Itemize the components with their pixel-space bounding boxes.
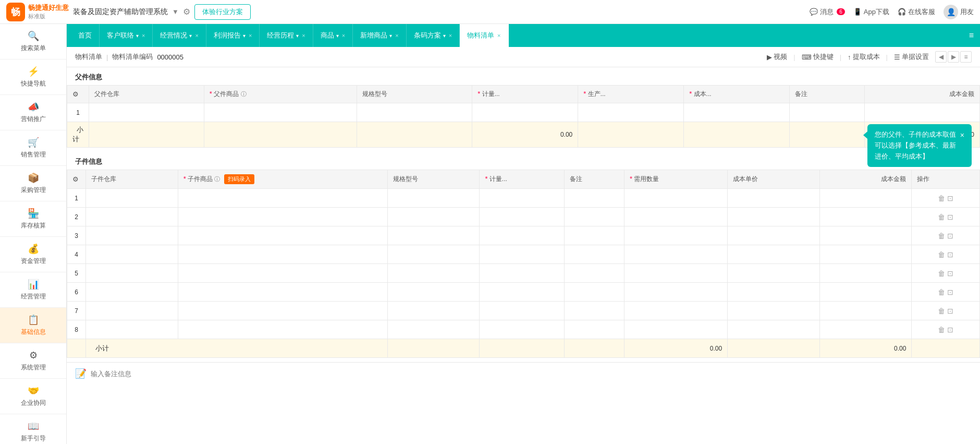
app-download-button[interactable]: 📱 App下载 [853,7,889,17]
delete-icon[interactable]: 🗑 [938,326,945,334]
cell-child-warehouse[interactable] [86,208,178,226]
sidebar-item-finance[interactable]: 💰 资金管理 [0,237,66,272]
cell-child-goods[interactable] [178,264,387,283]
sidebar-item-system[interactable]: ⚙ 系统管理 [0,343,66,379]
sidebar-item-marketing[interactable]: 📣 营销推广 [0,95,66,130]
tab-new-goods[interactable]: 新增商品 ▾ × [353,24,406,47]
copy-icon[interactable]: ⊡ [947,194,953,202]
cell-parent-goods[interactable] [204,103,357,122]
cell-child-goods[interactable] [178,320,387,339]
sidebar-item-operations[interactable]: 📊 经营管理 [0,272,66,308]
cell-child-warehouse[interactable] [86,264,178,283]
tab-profit[interactable]: 利润报告 ▾ × [206,24,260,47]
sidebar-item-quick-nav[interactable]: ⚡ 快捷导航 [0,59,66,95]
cell-child-spec[interactable] [387,320,480,339]
cell-child-qty[interactable] [624,302,727,320]
cell-child-qty[interactable] [624,189,727,208]
close-icon[interactable]: × [497,32,500,39]
cell-child-note[interactable] [564,264,624,283]
sidebar-item-inventory[interactable]: 🏪 库存核算 [0,201,66,237]
cell-parent-unit[interactable] [472,103,578,122]
cell-child-warehouse[interactable] [86,320,178,339]
tab-goods[interactable]: 商品 ▾ × [313,24,353,47]
cell-child-goods[interactable] [178,226,387,245]
extract-cost-button[interactable]: ↑ 提取成本 [848,52,880,62]
th-settings-parent[interactable]: ⚙ [67,86,89,103]
cell-child-qty[interactable] [624,320,727,339]
cell-child-note[interactable] [564,245,624,264]
cell-child-goods[interactable] [178,302,387,320]
copy-icon[interactable]: ⊡ [947,213,953,221]
cell-child-price[interactable] [728,226,820,245]
sidebar-item-enterprise[interactable]: 🤝 企业协同 [0,379,66,414]
sidebar-item-sales[interactable]: 🛒 销售管理 [0,130,66,166]
tab-history[interactable]: 经营历程 ▾ × [260,24,313,47]
tab-operations[interactable]: 经营情况 ▾ × [153,24,206,47]
delete-icon[interactable]: 🗑 [938,307,945,315]
copy-icon[interactable]: ⊡ [947,250,953,259]
copy-icon[interactable]: ⊡ [947,269,953,278]
video-button[interactable]: ▶ 视频 [767,52,787,62]
cell-child-note[interactable] [564,189,624,208]
close-icon[interactable]: × [195,32,198,39]
hotkey-button[interactable]: ⌨ 快捷键 [802,52,834,62]
menu-icon[interactable]: ≡ [960,51,972,63]
tab-barcode[interactable]: 条码方案 ▾ × [407,24,460,47]
sidebar-item-guide[interactable]: 📖 新手引导 [0,414,66,444]
cell-child-warehouse[interactable] [86,189,178,208]
sidebar-item-purchase[interactable]: 📦 采购管理 [0,166,66,201]
cell-child-unit[interactable] [480,264,564,283]
cell-child-spec[interactable] [387,208,480,226]
trial-button[interactable]: 体验行业方案 [194,4,251,20]
cell-parent-cost[interactable] [684,103,790,122]
cell-child-warehouse[interactable] [86,302,178,320]
sidebar-item-basic-info[interactable]: 📋 基础信息 [0,308,66,343]
cell-child-warehouse[interactable] [86,226,178,245]
message-button[interactable]: 💬 消息 6 [810,7,845,17]
cell-child-price[interactable] [728,264,820,283]
cell-child-unit[interactable] [480,320,564,339]
cell-child-qty[interactable] [624,283,727,302]
system-dropdown-icon[interactable]: ▼ [172,8,179,16]
cell-child-unit[interactable] [480,245,564,264]
cell-child-note[interactable] [564,302,624,320]
delete-icon[interactable]: 🗑 [938,269,945,278]
th-settings-child[interactable]: ⚙ [67,170,86,189]
cell-child-note[interactable] [564,283,624,302]
settings-icon[interactable]: ⚙ [183,7,190,17]
cell-child-unit[interactable] [480,226,564,245]
scan-button[interactable]: 扫码录入 [224,174,254,184]
copy-icon[interactable]: ⊡ [947,288,953,296]
online-service-button[interactable]: 🎧 在线客服 [898,7,935,17]
cell-child-price[interactable] [728,189,820,208]
cell-child-spec[interactable] [387,283,480,302]
cell-child-goods[interactable] [178,245,387,264]
prev-arrow[interactable]: ◀ [935,51,947,63]
delete-icon[interactable]: 🗑 [938,194,945,202]
tooltip-close-button[interactable]: × [960,129,964,141]
delete-icon[interactable]: 🗑 [938,288,945,296]
user-button[interactable]: 👤 用友 [944,5,974,19]
cell-child-spec[interactable] [387,245,480,264]
copy-icon[interactable]: ⊡ [947,307,953,315]
cell-child-goods[interactable] [178,208,387,226]
cell-child-qty[interactable] [624,208,727,226]
cell-child-spec[interactable] [387,189,480,208]
cell-child-qty[interactable] [624,264,727,283]
cell-parent-note[interactable] [790,103,865,122]
cell-child-unit[interactable] [480,283,564,302]
cell-child-spec[interactable] [387,264,480,283]
close-icon[interactable]: × [449,32,452,39]
close-icon[interactable]: × [342,32,345,39]
cell-child-note[interactable] [564,208,624,226]
note-input[interactable] [91,370,972,378]
cell-child-goods[interactable] [178,283,387,302]
tab-bom[interactable]: 物料清单 × [460,24,508,47]
delete-icon[interactable]: 🗑 [938,250,945,259]
cell-child-qty[interactable] [624,226,727,245]
single-settings-button[interactable]: ☰ 单据设置 [894,52,929,62]
cell-child-price[interactable] [728,245,820,264]
copy-icon[interactable]: ⊡ [947,326,953,334]
cell-child-price[interactable] [728,302,820,320]
delete-icon[interactable]: 🗑 [938,232,945,240]
